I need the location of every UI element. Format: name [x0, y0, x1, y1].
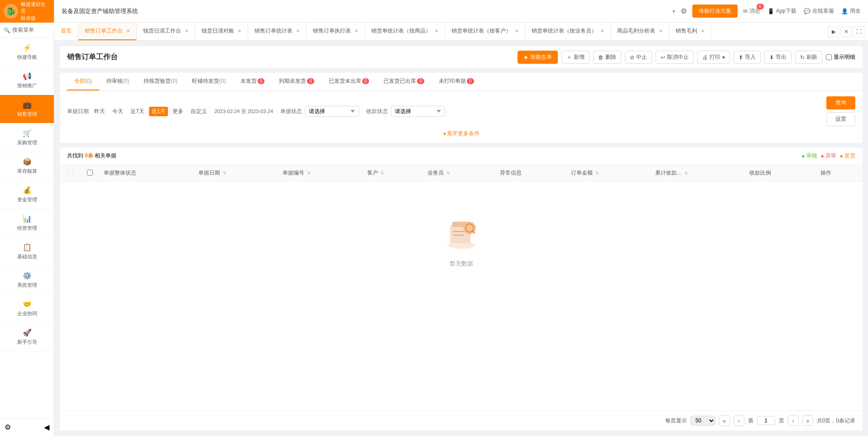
- sub-tab-shipped-not-out[interactable]: 已发货未出库0: [321, 73, 377, 90]
- page-last-button[interactable]: »: [802, 415, 813, 426]
- export-button[interactable]: ⬇ 导出: [764, 51, 791, 64]
- tab-close-icon[interactable]: ✕: [185, 28, 188, 33]
- sub-tab-overdue-ship[interactable]: 到期未发货0: [272, 73, 321, 90]
- sidebar-item-inventory[interactable]: 📦 库存核算: [0, 152, 54, 180]
- sub-tab-not-shipped[interactable]: 未发货0: [233, 73, 272, 90]
- sub-tab-all[interactable]: 全部(0): [67, 73, 99, 90]
- sidebar-item-sys-mgmt[interactable]: ⚙️ 系统管理: [0, 266, 54, 294]
- shortcut-today[interactable]: 今天: [110, 107, 126, 116]
- collected-col-header[interactable]: 累计收款... ⇅: [650, 165, 744, 182]
- sub-tab-wangpu-ship[interactable]: 旺铺待发货(0): [185, 73, 233, 90]
- shortcut-yesterday[interactable]: 昨天: [91, 107, 108, 116]
- sub-tab-pending-review[interactable]: 待审核(0): [99, 73, 137, 90]
- page-next-button[interactable]: ›: [788, 415, 799, 426]
- smart-gen-button[interactable]: ★ 智能生单: [518, 51, 558, 64]
- sidebar-item-guide[interactable]: 🚀 新手引导: [0, 323, 54, 351]
- tab-close-icon[interactable]: ✕: [296, 28, 300, 33]
- sidebar-item-base-info[interactable]: 📋 基础信息: [0, 237, 54, 266]
- cancel-suspend-button[interactable]: ↩ 取消中止: [656, 51, 694, 64]
- select-all-checkbox[interactable]: [87, 170, 93, 175]
- status-filter-select[interactable]: 请选择: [305, 106, 359, 117]
- tab-margin-analysis[interactable]: 商品毛利分析表 ✕: [611, 23, 669, 40]
- customer-col-header[interactable]: 客户 ⇅: [362, 165, 422, 182]
- tab-close-icon[interactable]: ✕: [600, 28, 604, 33]
- per-page-select[interactable]: 50 10 20 100: [691, 416, 715, 426]
- tab-close-icon[interactable]: ✕: [701, 28, 705, 33]
- sidebar-item-quick-nav[interactable]: ⚡ 快捷导航: [0, 38, 54, 66]
- tab-bar: 首页 销售订单工作台 ✕ 钱货日清工作台 ✕ 钱货日清对账 ✕ 销售订单统计表 …: [54, 23, 868, 41]
- tab-sales-exec[interactable]: 销售订单执行表 ✕: [307, 23, 365, 40]
- sub-tab-shipped-out[interactable]: 已发货已出库0: [376, 73, 432, 90]
- set-button[interactable]: 设置: [826, 112, 855, 126]
- tab-close-icon[interactable]: ✕: [659, 28, 662, 33]
- show-detail-checkbox[interactable]: [826, 54, 832, 60]
- refresh-button[interactable]: ↻ 刷新: [795, 51, 822, 64]
- tab-cash-clear[interactable]: 钱货日清工作台 ✕: [137, 23, 195, 40]
- tab-scroll-right-icon[interactable]: ▶: [828, 26, 839, 37]
- chevron-down-icon[interactable]: ▾: [672, 8, 675, 14]
- amount-col-header[interactable]: 订单金额 ⇅: [566, 165, 650, 182]
- sidebar-item-finance[interactable]: 💰 资金管理: [0, 180, 54, 209]
- checkbox-col-header[interactable]: [82, 165, 98, 182]
- page-input[interactable]: [757, 416, 775, 425]
- user-item[interactable]: 👤 用友: [841, 7, 861, 15]
- show-detail-checkbox-label[interactable]: 显示明细: [826, 53, 855, 61]
- print-button[interactable]: 🖨 打印 ▾: [697, 51, 730, 64]
- settings-icon[interactable]: ⚙: [5, 423, 11, 431]
- tab-sales-workbench[interactable]: 销售订单工作台 ✕: [78, 23, 137, 40]
- tab-close-icon[interactable]: ✕: [355, 28, 358, 33]
- tab-home[interactable]: 首页: [54, 23, 78, 40]
- sidebar-item-marketing[interactable]: 📢 营销推广: [0, 66, 54, 95]
- app-download-item[interactable]: 📱 App下载: [767, 7, 796, 15]
- tab-sales-by-product[interactable]: 销货单统计表（按商品） ✕: [365, 23, 445, 40]
- tab-close-icon[interactable]: ✕: [435, 28, 438, 33]
- customer-sort-icon[interactable]: ⇅: [380, 171, 384, 175]
- experience-btn[interactable]: 体验行业方案: [692, 5, 738, 18]
- tab-sales-by-staff[interactable]: 销货单统计表（按业务员） ✕: [525, 23, 611, 40]
- collapse-icon[interactable]: ◀: [44, 423, 49, 431]
- sidebar-item-operations[interactable]: 📊 经营管理: [0, 209, 54, 237]
- tab-sales-by-customer[interactable]: 销货单统计表（按客户） ✕: [445, 23, 525, 40]
- review-action-button[interactable]: ● 审核: [801, 152, 817, 160]
- sidebar-item-cooperation[interactable]: 🤝 企业协同: [0, 294, 54, 323]
- number-sort-icon[interactable]: ⇅: [307, 171, 311, 175]
- delete-button[interactable]: 🗑 删除: [593, 51, 621, 64]
- tab-close-all-icon[interactable]: ✕: [841, 26, 852, 37]
- tab-expand-icon[interactable]: ⛶: [854, 26, 864, 37]
- ship-action-button[interactable]: ● 发货: [840, 152, 855, 160]
- query-button[interactable]: 查询: [826, 96, 855, 109]
- shortcut-more[interactable]: 更多: [170, 107, 186, 116]
- collected-sort-icon[interactable]: ⇅: [684, 171, 688, 175]
- shortcut-custom[interactable]: 自定义: [188, 107, 210, 116]
- tab-cash-reconcile[interactable]: 钱货日清对账 ✕: [195, 23, 248, 40]
- tab-close-icon[interactable]: ✕: [126, 28, 130, 33]
- online-service-item[interactable]: 💬 在线客服: [804, 7, 834, 15]
- page-first-button[interactable]: «: [719, 415, 730, 426]
- suspend-button[interactable]: ⊘ 中止: [625, 51, 652, 64]
- sidebar-item-purchase[interactable]: 🛒 采购管理: [0, 123, 54, 152]
- date-sort-icon[interactable]: ⇅: [223, 171, 226, 175]
- shortcut-7days[interactable]: 近7天: [128, 107, 147, 116]
- cancel-review-action-button[interactable]: ● 弃审: [821, 152, 836, 160]
- sub-tab-not-printed[interactable]: 未打印单据0: [432, 73, 481, 90]
- date-col-header[interactable]: 单据日期 ⇅: [193, 165, 277, 182]
- sub-tab-pending-inspect[interactable]: 待拣货验货(0): [136, 73, 185, 90]
- tab-sales-stats[interactable]: 销售订单统计表 ✕: [248, 23, 307, 40]
- amount-sort-icon[interactable]: ⇅: [595, 171, 599, 175]
- expand-conditions-button[interactable]: ▾ 展开更多条件: [443, 130, 480, 137]
- tab-close-icon[interactable]: ✕: [238, 28, 241, 33]
- collect-filter-select[interactable]: 请选择: [391, 106, 445, 117]
- tab-sales-more[interactable]: 销售毛利 ✕: [669, 23, 711, 40]
- number-col-header[interactable]: 单据编号 ⇅: [277, 165, 361, 182]
- import-button[interactable]: ⬆ 导入: [734, 51, 761, 64]
- settings-gear-icon[interactable]: ⚙: [681, 7, 687, 15]
- message-item[interactable]: ✉ 消息 6: [743, 7, 760, 15]
- sidebar-item-sales[interactable]: 💼 销售管理: [0, 95, 54, 123]
- shortcut-1month[interactable]: 近1月: [149, 107, 168, 116]
- tab-close-icon[interactable]: ✕: [515, 28, 518, 33]
- page-prev-button[interactable]: ‹: [734, 415, 744, 426]
- add-button[interactable]: ＋ 新增: [561, 51, 590, 64]
- staff-sort-icon[interactable]: ⇅: [446, 171, 450, 175]
- search-menu[interactable]: 🔍 搜索菜单: [0, 23, 54, 38]
- staff-col-header[interactable]: 业务员 ⇅: [422, 165, 494, 182]
